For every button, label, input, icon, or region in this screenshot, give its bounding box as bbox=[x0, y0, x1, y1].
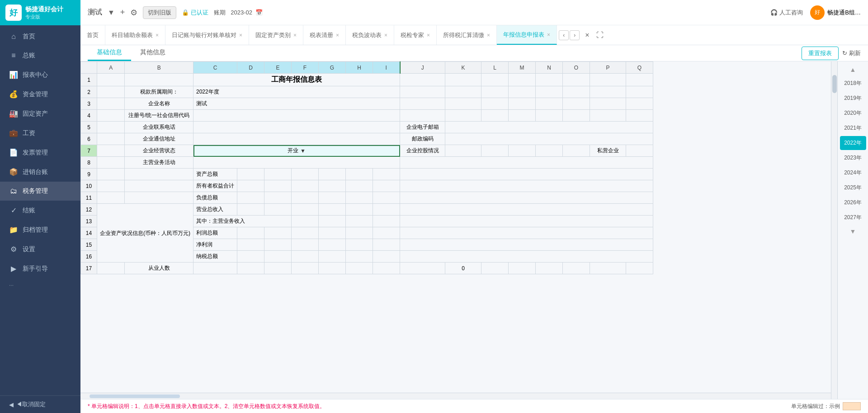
tab-income-tax[interactable]: 所得税汇算清缴 × bbox=[437, 25, 497, 45]
cell-7l[interactable] bbox=[481, 145, 509, 157]
topbar-settings-icon[interactable]: ⚙ bbox=[130, 8, 137, 18]
topbar-dropdown[interactable]: ▼ bbox=[108, 9, 115, 17]
cell-1l[interactable] bbox=[481, 74, 509, 86]
cell-1b[interactable] bbox=[125, 74, 193, 86]
cell-7k[interactable] bbox=[445, 145, 481, 157]
cell-13i[interactable] bbox=[373, 216, 400, 227]
cell-4b[interactable]: 注册号/统一社会信用代码 bbox=[125, 110, 193, 122]
cell-7b[interactable]: 企业经营状态 bbox=[125, 145, 193, 157]
cell-12e[interactable] bbox=[264, 204, 292, 216]
year-down-button[interactable]: ▼ bbox=[847, 225, 859, 238]
tab-tax-expert[interactable]: 税检专家 × bbox=[394, 25, 437, 45]
cell-16d[interactable] bbox=[237, 251, 264, 263]
cell-4c[interactable] bbox=[193, 110, 400, 122]
sidebar-item-purchase-sales[interactable]: 📦 进销台账 bbox=[0, 162, 80, 182]
cell-17h[interactable] bbox=[346, 263, 373, 274]
cell-4l[interactable] bbox=[481, 110, 509, 122]
cell-7c-dropdown[interactable]: 开业 ▼ bbox=[193, 145, 400, 157]
cell-4j[interactable] bbox=[400, 110, 445, 122]
cell-12g[interactable] bbox=[319, 204, 346, 216]
sidebar-item-reports[interactable]: 📊 报表中心 bbox=[0, 65, 80, 84]
year-2022[interactable]: 2022年 bbox=[840, 136, 866, 150]
tab-next-button[interactable]: › bbox=[570, 30, 580, 40]
cell-6a[interactable] bbox=[97, 133, 125, 145]
sidebar-unpin[interactable]: ◀ ◀取消固定 bbox=[0, 395, 80, 413]
cell-1p[interactable] bbox=[590, 74, 626, 86]
cell-7a[interactable] bbox=[97, 145, 125, 157]
cell-8b[interactable]: 主营业务活动 bbox=[125, 157, 193, 169]
cell-17b[interactable]: 从业人数 bbox=[125, 263, 193, 274]
cell-13j-q[interactable] bbox=[400, 216, 653, 227]
cell-10i[interactable] bbox=[373, 180, 400, 192]
year-2019[interactable]: 2019年 bbox=[840, 91, 866, 105]
cell-10a[interactable] bbox=[97, 180, 125, 192]
cell-4o[interactable] bbox=[563, 110, 590, 122]
cell-11d[interactable] bbox=[237, 192, 264, 204]
cell-5b[interactable]: 企业联系电话 bbox=[125, 122, 193, 133]
cell-17q[interactable] bbox=[626, 263, 653, 274]
cell-1a[interactable] bbox=[97, 74, 125, 86]
sidebar-item-close[interactable]: ✓ 结账 bbox=[0, 201, 80, 220]
cell-15i[interactable] bbox=[373, 239, 400, 251]
cell-15j-q[interactable] bbox=[400, 239, 653, 251]
cell-17i[interactable] bbox=[373, 263, 400, 274]
cell-17k[interactable]: 0 bbox=[445, 263, 481, 274]
cell-8a[interactable] bbox=[97, 157, 125, 169]
cell-2p[interactable] bbox=[590, 86, 626, 98]
cell-9g[interactable] bbox=[319, 169, 346, 180]
tab-tax-table[interactable]: 税表清册 × bbox=[303, 25, 346, 45]
cell-17m[interactable] bbox=[509, 263, 536, 274]
tab-fixed-assets-cat[interactable]: 固定资产类别 × bbox=[249, 25, 303, 45]
tab-close-icon[interactable]: × bbox=[156, 32, 159, 38]
cell-2m[interactable] bbox=[509, 86, 536, 98]
tab-close-icon[interactable]: × bbox=[336, 32, 339, 38]
year-2025[interactable]: 2025年 bbox=[840, 181, 866, 195]
tab-close-icon[interactable]: × bbox=[547, 32, 550, 38]
cell-4m[interactable] bbox=[509, 110, 536, 122]
sidebar-item-payroll[interactable]: 💼 工资 bbox=[0, 123, 80, 143]
cell-5k-q[interactable] bbox=[445, 122, 653, 133]
cell-16j-q[interactable] bbox=[400, 251, 653, 263]
cell-7q[interactable] bbox=[626, 145, 653, 157]
cell-5a[interactable] bbox=[97, 122, 125, 133]
cell-17l[interactable] bbox=[481, 263, 509, 274]
cell-15f[interactable] bbox=[292, 239, 319, 251]
cell-12h[interactable] bbox=[346, 204, 373, 216]
cell-2c[interactable]: 2022年度 bbox=[193, 86, 400, 98]
tab-expand-button[interactable]: ⛶ bbox=[593, 25, 607, 45]
tab-close-icon[interactable]: × bbox=[487, 32, 490, 38]
tab-auxiliary-balance[interactable]: 科目辅助余额表 × bbox=[105, 25, 165, 45]
year-2027[interactable]: 2027年 bbox=[840, 211, 866, 225]
sidebar-item-guide[interactable]: ▶ 新手引导 bbox=[0, 259, 80, 278]
cell-13h[interactable] bbox=[346, 216, 373, 227]
cell-14e[interactable] bbox=[264, 227, 292, 239]
cell-10e[interactable] bbox=[264, 180, 292, 192]
cell-5j[interactable]: 企业电子邮箱 bbox=[400, 122, 445, 133]
cell-4n[interactable] bbox=[536, 110, 563, 122]
cell-12f[interactable] bbox=[292, 204, 319, 216]
topbar-add[interactable]: + bbox=[120, 8, 125, 17]
cell-12-ab-rowspan[interactable]: 企业资产状况信息(币种：人民币万元) bbox=[97, 204, 193, 263]
cell-4p[interactable] bbox=[590, 110, 626, 122]
sheet-scroll-area[interactable]: A B C D E F G H I J bbox=[80, 61, 831, 393]
tab-home[interactable]: 首页 bbox=[80, 25, 105, 45]
cell-11e[interactable] bbox=[264, 192, 292, 204]
old-version-button[interactable]: 切到旧版 bbox=[143, 6, 176, 19]
year-2024[interactable]: 2024年 bbox=[840, 166, 866, 180]
cell-9a[interactable] bbox=[97, 169, 125, 180]
cell-10h[interactable] bbox=[346, 180, 373, 192]
cell-3l[interactable] bbox=[481, 98, 509, 110]
cell-2a[interactable] bbox=[97, 86, 125, 98]
cell-14i[interactable] bbox=[373, 227, 400, 239]
cell-6c[interactable] bbox=[193, 133, 400, 145]
vscroll-thumb[interactable] bbox=[832, 75, 837, 93]
cell-3a[interactable] bbox=[97, 98, 125, 110]
cell-15d[interactable] bbox=[237, 239, 264, 251]
year-2023[interactable]: 2023年 bbox=[840, 151, 866, 165]
cell-3p[interactable] bbox=[590, 98, 626, 110]
reset-button[interactable]: 重置报表 bbox=[802, 47, 839, 60]
cell-11c[interactable]: 负债总额 bbox=[193, 192, 237, 204]
cell-15e[interactable] bbox=[264, 239, 292, 251]
cell-4a[interactable] bbox=[97, 110, 125, 122]
cell-9j-q[interactable] bbox=[400, 169, 653, 180]
